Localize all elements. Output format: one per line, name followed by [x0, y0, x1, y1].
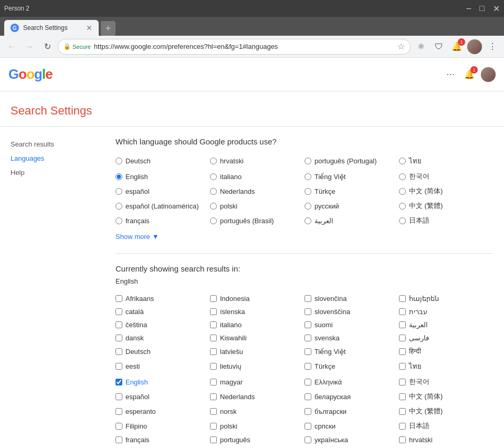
tab-bar: G Search Settings ✕ + [0, 17, 504, 36]
search-lang-checkbox-item[interactable]: Tiếng Việt [304, 346, 399, 357]
language-radio-item[interactable]: 日本語 [399, 215, 494, 226]
google-avatar[interactable] [481, 67, 496, 82]
search-lang-checkbox-item[interactable]: Ελληνικά [304, 376, 399, 388]
search-lang-checkbox-item[interactable]: svenska [304, 333, 399, 343]
search-lang-checkbox-item[interactable]: slovenčina [304, 294, 399, 304]
minimize-button[interactable]: – [466, 4, 471, 13]
search-lang-checkbox-item[interactable]: čeština [116, 320, 210, 330]
extensions-icon[interactable]: ⚛ [414, 39, 428, 54]
chevron-down-icon: ▼ [152, 233, 159, 241]
content-area: Which language should Google products us… [105, 137, 494, 448]
search-lang-checkbox-item[interactable]: esperanto [116, 405, 210, 417]
search-lang-checkbox-item[interactable]: български [304, 405, 399, 417]
google-apps-icon[interactable]: ⋯ [443, 67, 458, 82]
search-lang-checkbox-item[interactable]: українська [304, 435, 399, 445]
title-bar: Person 2 – □ ✕ [0, 0, 504, 17]
search-lang-checkbox-item[interactable]: español [116, 391, 210, 402]
search-lang-checkbox-item[interactable]: हिन्दी [399, 346, 494, 357]
search-lang-checkbox-item[interactable]: العربية [399, 320, 494, 330]
language-radio-item[interactable]: ไทย [399, 154, 494, 168]
url-display: https://www.google.com/preferences?hl=en… [94, 43, 394, 50]
search-lang-checkbox-item[interactable]: Nederlands [210, 391, 304, 402]
page-title: Search Settings [0, 91, 504, 127]
google-notifications-button[interactable]: 🔔 1 [462, 67, 477, 82]
new-tab-button[interactable]: + [101, 21, 116, 36]
search-lang-checkbox-item[interactable]: српски [304, 420, 399, 432]
search-lang-checkbox-item[interactable]: català [116, 307, 210, 317]
search-lang-checkbox-item[interactable]: latviešu [210, 346, 304, 357]
language-radio-item[interactable]: 한국어 [399, 171, 494, 182]
language-radio-item[interactable]: italiano [210, 171, 304, 182]
notifications-button[interactable]: 🔔 1 [449, 39, 464, 54]
language-radio-item[interactable]: português (Portugal) [304, 154, 399, 168]
sidebar-item-search-results[interactable]: Search results [10, 137, 105, 151]
language-radio-item[interactable]: français [116, 215, 210, 226]
tab-close-button[interactable]: ✕ [86, 24, 92, 32]
search-lang-checkbox-item[interactable]: polski [210, 420, 304, 432]
search-lang-grid: AfrikaansIndonesiaslovenčinaհայերենcatal… [116, 294, 494, 448]
currently-lang: English [116, 277, 494, 285]
forward-button[interactable]: → [22, 39, 37, 54]
language-radio-item[interactable]: العربية [304, 215, 399, 226]
search-lang-checkbox-item[interactable]: Afrikaans [116, 294, 210, 304]
language-radio-item[interactable]: Deutsch [116, 154, 210, 168]
refresh-button[interactable]: ↻ [40, 39, 55, 54]
search-lang-checkbox-item[interactable]: suomi [304, 320, 399, 330]
search-lang-checkbox-item[interactable]: 日本語 [399, 420, 494, 432]
search-lang-checkbox-item[interactable]: slovenščina [304, 307, 399, 317]
search-lang-checkbox-item[interactable]: norsk [210, 405, 304, 417]
language-radio-item[interactable]: 中文 (繁體) [399, 200, 494, 212]
search-lang-checkbox-item[interactable]: Indonesia [210, 294, 304, 304]
language-radio-item[interactable]: hrvatski [210, 154, 304, 168]
search-lang-checkbox-item[interactable]: فارسی [399, 333, 494, 343]
show-more-button[interactable]: Show more ▼ [116, 233, 494, 241]
bookmark-icon[interactable]: ☆ [397, 41, 405, 51]
language-radio-item[interactable]: Tiếng Việt [304, 171, 399, 182]
search-lang-checkbox-item[interactable]: dansk [116, 333, 210, 343]
menu-button[interactable]: ⋮ [485, 39, 500, 54]
language-radio-item[interactable]: русский [304, 200, 399, 212]
search-lang-checkbox-item[interactable]: עברית [399, 307, 494, 317]
search-lang-checkbox-item[interactable]: Türkçe [304, 360, 399, 373]
window-title: Person 2 [4, 5, 29, 12]
search-lang-checkbox-item[interactable]: հայերեն [399, 294, 494, 304]
search-lang-checkbox-item[interactable]: 中文 (简体) [399, 391, 494, 402]
sidebar-item-help[interactable]: Help [10, 165, 105, 180]
search-lang-checkbox-item[interactable]: eesti [116, 360, 210, 373]
language-radio-item[interactable]: português (Brasil) [210, 215, 304, 226]
logo-e: e [45, 66, 52, 82]
back-button[interactable]: ← [4, 39, 19, 54]
maximize-button[interactable]: □ [479, 4, 485, 13]
language-radio-item[interactable]: Nederlands [210, 185, 304, 197]
search-lang-checkbox-item[interactable]: íslenska [210, 307, 304, 317]
search-lang-checkbox-item[interactable]: ไทย [399, 360, 494, 373]
search-lang-checkbox-item[interactable]: magyar [210, 376, 304, 388]
search-lang-checkbox-item[interactable]: 한국어 [399, 376, 494, 388]
search-lang-checkbox-item[interactable]: Kiswahili [210, 333, 304, 343]
search-lang-checkbox-item[interactable]: Filipino [116, 420, 210, 432]
google-notification-count: 1 [470, 66, 478, 74]
language-radio-item[interactable]: español (Latinoamérica) [116, 200, 210, 212]
search-lang-checkbox-item[interactable]: hrvatski [399, 435, 494, 445]
active-tab[interactable]: G Search Settings ✕ [4, 20, 99, 36]
language-radio-item[interactable]: polski [210, 200, 304, 212]
search-lang-checkbox-item[interactable]: English [116, 376, 210, 388]
search-lang-checkbox-item[interactable]: Deutsch [116, 346, 210, 357]
search-lang-checkbox-item[interactable]: lietuvių [210, 360, 304, 373]
search-lang-checkbox-item[interactable]: português [210, 435, 304, 445]
search-lang-checkbox-item[interactable]: 中文 (繁體) [399, 405, 494, 417]
google-avatar-image [481, 67, 496, 82]
search-lang-checkbox-item[interactable]: français [116, 435, 210, 445]
address-bar[interactable]: 🔒 Secure https://www.google.com/preferen… [58, 39, 411, 55]
search-lang-checkbox-item[interactable]: italiano [210, 320, 304, 330]
avatar[interactable] [467, 39, 482, 54]
close-button[interactable]: ✕ [493, 4, 500, 14]
language-radio-item[interactable]: español [116, 185, 210, 197]
sidebar-item-languages[interactable]: Languages [10, 151, 105, 165]
google-header: Google ⋯ 🔔 1 [0, 58, 504, 91]
language-radio-item[interactable]: 中文 (简体) [399, 185, 494, 197]
language-radio-item[interactable]: English [116, 171, 210, 182]
search-lang-checkbox-item[interactable]: беларуская [304, 391, 399, 402]
shield-icon[interactable]: 🛡 [432, 39, 446, 54]
language-radio-item[interactable]: Türkçe [304, 185, 399, 197]
